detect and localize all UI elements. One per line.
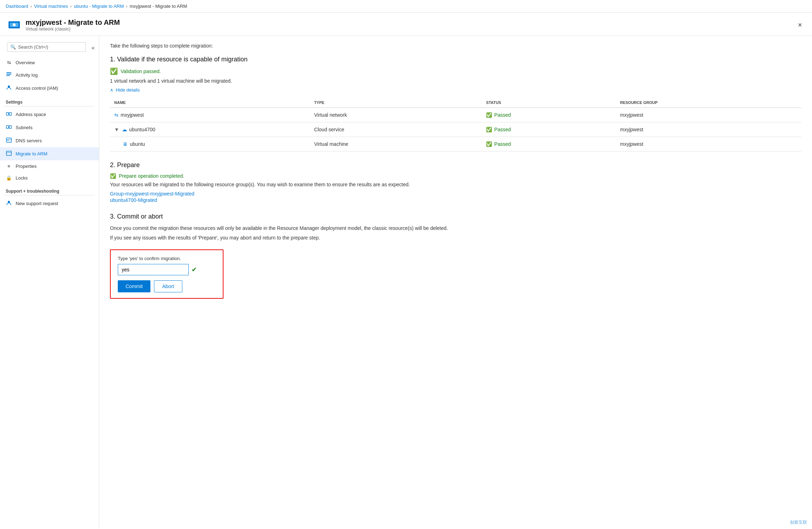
sidebar-item-label: Migrate to ARM: [16, 151, 48, 156]
row-type: Cloud service: [310, 122, 482, 137]
intro-text: Take the following steps to complete mig…: [110, 43, 801, 49]
breadcrumb-sep-1: ›: [31, 4, 32, 9]
confirm-check-icon: ✔: [192, 266, 197, 274]
close-button[interactable]: ×: [795, 20, 805, 31]
step3-section: 3. Commit or abort Once you commit the m…: [110, 213, 801, 299]
svg-point-2: [13, 23, 16, 26]
svg-point-6: [8, 86, 10, 88]
migration-table: NAME TYPE STATUS RESOURCE GROUP ⇆ mxyjpw…: [110, 98, 801, 151]
migrated-link-2[interactable]: ubuntu4700-Migrated: [110, 197, 801, 203]
row-name-vnet: ⇆ mxyjpwest: [114, 112, 306, 118]
svg-point-19: [8, 201, 10, 203]
status-passed: ✅ Passed: [486, 141, 612, 147]
sidebar-item-subnets[interactable]: Subnets: [0, 121, 99, 134]
check-icon-2: ✅: [110, 173, 116, 179]
settings-section-label: Settings: [0, 95, 99, 106]
svg-rect-16: [9, 140, 9, 141]
collapse-row-icon: ▼: [114, 127, 119, 132]
sidebar-item-access-control[interactable]: Access control (IAM): [0, 82, 99, 95]
sidebar-item-label: Overview: [16, 60, 35, 65]
hide-details-button[interactable]: ∧ Hide details: [110, 87, 140, 93]
migrate-arm-icon: [6, 150, 12, 157]
panel-header: mxyjpwest - Migrate to ARM Virtual netwo…: [0, 13, 812, 36]
svg-rect-5: [6, 75, 10, 76]
svg-rect-15: [7, 140, 8, 141]
prepare-description: Your resources will be migrated to the f…: [110, 182, 801, 187]
sidebar-item-activity-log[interactable]: Activity log: [0, 68, 99, 82]
btn-row: Commit Abort: [118, 280, 216, 292]
status-passed: ✅ Passed: [486, 127, 612, 132]
svg-rect-7: [6, 112, 9, 115]
breadcrumb-item-2[interactable]: Virtual machines: [34, 4, 68, 9]
overview-icon: ⇆: [6, 60, 12, 65]
sidebar-item-dns-servers[interactable]: DNS servers: [0, 134, 99, 147]
activity-log-icon: [6, 72, 12, 78]
abort-button[interactable]: Abort: [154, 280, 182, 292]
row-name-cloud: ▼ ☁ ubuntu4700: [114, 127, 306, 132]
panel-subtitle: Virtual network (classic): [26, 27, 120, 32]
breadcrumb-sep-3: ›: [126, 4, 127, 9]
confirm-box: Type 'yes' to confirm migration. ✔ Commi…: [110, 249, 223, 299]
cloud-icon: ☁: [122, 127, 127, 132]
step2-title: 2. Prepare: [110, 161, 801, 169]
migrated-link-1[interactable]: Group-mxyjpwest-mxyjpwest-Migrated: [110, 191, 801, 197]
confirm-input[interactable]: [118, 264, 189, 275]
check-icon-1: ✅: [110, 67, 118, 75]
breadcrumb: Dashboard › Virtual machines › ubuntu - …: [0, 0, 812, 13]
col-resource-group: RESOURCE GROUP: [616, 98, 801, 108]
search-input[interactable]: [18, 44, 83, 50]
sidebar-item-label: Locks: [16, 175, 28, 181]
vnet-icon: ⇆: [114, 112, 118, 118]
sidebar-item-label: Properties: [16, 164, 37, 169]
sidebar-item-new-support-request[interactable]: New support request: [0, 197, 99, 210]
table-row: 🖥 ubuntu Virtual machine ✅ Passed: [110, 137, 801, 151]
check-icon: ✅: [486, 112, 492, 118]
svg-rect-11: [9, 126, 11, 128]
dns-icon: [6, 137, 12, 144]
subnets-icon: [6, 124, 12, 131]
confirm-label: Type 'yes' to confirm migration.: [118, 256, 216, 261]
step1-title: 1. Validate if the resource is capable o…: [110, 56, 801, 63]
breadcrumb-item-1[interactable]: Dashboard: [6, 4, 28, 9]
check-icon: ✅: [486, 127, 492, 132]
search-icon: 🔍: [10, 44, 16, 50]
panel-title-area: mxyjpwest - Migrate to ARM Virtual netwo…: [26, 18, 120, 32]
sidebar-item-label: Subnets: [16, 125, 33, 130]
access-control-icon: [6, 85, 12, 92]
svg-rect-8: [9, 112, 11, 115]
panel-icon: [7, 18, 21, 32]
row-rg: mxyjpwest: [616, 108, 801, 122]
sidebar-item-overview[interactable]: ⇆ Overview: [0, 57, 99, 68]
row-name-vm: 🖥 ubuntu: [114, 141, 306, 147]
row-type: Virtual machine: [310, 137, 482, 151]
search-box[interactable]: 🔍: [7, 42, 86, 52]
support-icon: [6, 200, 12, 207]
commit-desc-1: Once you commit the migration these reso…: [110, 225, 801, 232]
sidebar-item-label: Address space: [16, 112, 46, 117]
info-text: 1 virtual network and 1 virtual machine …: [110, 78, 801, 84]
svg-rect-10: [6, 126, 9, 128]
sidebar-item-locks[interactable]: 🔒 Locks: [0, 172, 99, 184]
prepare-complete: ✅ Prepare operation completed.: [110, 173, 801, 179]
breadcrumb-item-3[interactable]: ubuntu - Migrate to ARM: [74, 4, 124, 9]
step3-title: 3. Commit or abort: [110, 213, 801, 220]
collapse-sidebar-button[interactable]: «: [90, 44, 96, 52]
sidebar-item-address-space[interactable]: Address space: [0, 108, 99, 121]
locks-icon: 🔒: [6, 175, 12, 181]
check-icon: ✅: [486, 141, 492, 147]
commit-button[interactable]: Commit: [118, 280, 150, 292]
col-status: STATUS: [482, 98, 616, 108]
sidebar-item-label: New support request: [16, 201, 58, 206]
sidebar-item-properties[interactable]: ≡ Properties: [0, 160, 99, 172]
sidebar-item-migrate-to-arm[interactable]: Migrate to ARM: [0, 147, 99, 160]
step1-section: 1. Validate if the resource is capable o…: [110, 56, 801, 151]
main-content: Take the following steps to complete mig…: [99, 36, 812, 528]
sidebar-item-label: Access control (IAM): [16, 86, 58, 91]
vm-icon: 🖥: [123, 141, 128, 147]
row-type: Virtual network: [310, 108, 482, 122]
address-space-icon: [6, 111, 12, 118]
sidebar-item-label: Activity log: [16, 72, 38, 78]
sidebar-item-label: DNS servers: [16, 138, 42, 143]
row-rg: mxyjpwest: [616, 122, 801, 137]
breadcrumb-item-4: mxyjpwest - Migrate to ARM: [129, 4, 187, 9]
